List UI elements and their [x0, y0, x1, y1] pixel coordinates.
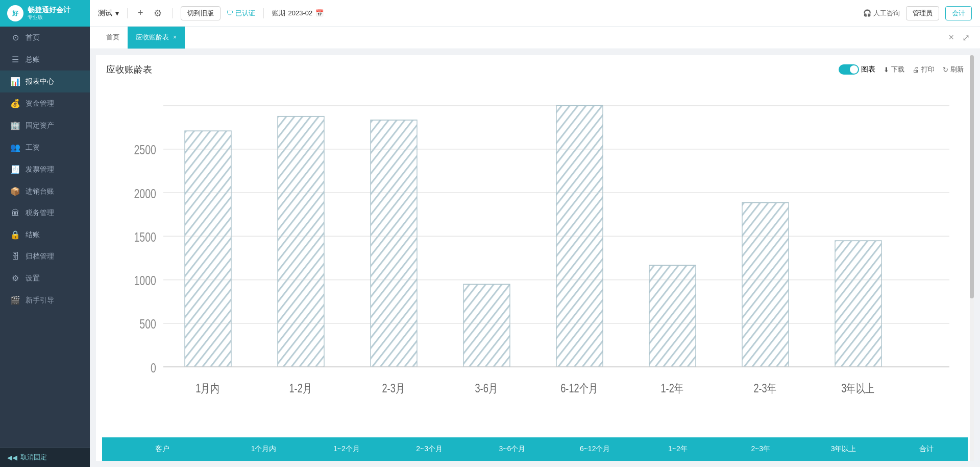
- window-close-icon[interactable]: ×: [946, 30, 956, 45]
- th-2~3年: 2~3年: [719, 437, 802, 461]
- old-version-button[interactable]: 切到旧版: [181, 6, 220, 20]
- sidebar-item-ledger[interactable]: ☰ 总账: [0, 49, 90, 71]
- admin-label: 管理员: [913, 9, 933, 17]
- th-6~12个月: 6~12个月: [554, 437, 636, 461]
- certified-badge: 🛡 已认证: [227, 9, 255, 18]
- sidebar-item-fixed-assets[interactable]: 🏢 固定资产: [0, 114, 90, 136]
- sidebar-icon-fixed-assets: 🏢: [10, 121, 20, 130]
- sidebar-logo: 好 畅捷通好会计 专业版: [0, 0, 90, 27]
- period-text-label: 账期: [272, 9, 285, 18]
- page-actions: 图表 ⬇ 下载 🖨 打印 ↻ 刷新: [839, 64, 964, 75]
- main-area: 测试 ▾ + ⚙ 切到旧版 🛡 已认证 账期 2023-02 📅 🎧 人工咨询: [90, 0, 980, 467]
- printer-icon: 🖨: [913, 66, 919, 74]
- bar-6-12月: [556, 106, 603, 367]
- add-icon: +: [138, 8, 143, 18]
- tab-close-icon[interactable]: ×: [173, 34, 177, 41]
- svg-text:1月内: 1月内: [195, 382, 219, 395]
- sidebar-item-closing[interactable]: 🔒 结账: [0, 224, 90, 246]
- th-客户: 客户: [102, 437, 222, 461]
- page-header: 应收账龄表 图表 ⬇ 下载 🖨 打印: [96, 55, 974, 82]
- add-button[interactable]: +: [136, 6, 145, 20]
- bar-2-3年: [742, 203, 789, 367]
- download-label: 下载: [891, 65, 904, 74]
- shield-icon: 🛡: [227, 9, 233, 17]
- sidebar-label-payroll: 工资: [26, 143, 40, 152]
- role-button[interactable]: 会计: [945, 6, 972, 20]
- svg-text:3年以上: 3年以上: [841, 382, 874, 395]
- sidebar-item-guide[interactable]: 🎬 新手引导: [0, 289, 90, 311]
- refresh-button[interactable]: ↻ 刷新: [943, 65, 964, 74]
- page-container: 应收账龄表 图表 ⬇ 下载 🖨 打印: [96, 55, 974, 461]
- cancel-fixed-button[interactable]: ◀◀ 取消固定: [0, 447, 90, 467]
- svg-text:1000: 1000: [134, 274, 156, 288]
- svg-text:6-12个月: 6-12个月: [560, 382, 598, 395]
- sidebar-label-funds: 资金管理: [26, 99, 54, 108]
- old-version-label: 切到旧版: [187, 9, 214, 17]
- sidebar-label-fixed-assets: 固定资产: [26, 121, 54, 130]
- th-1~2年: 1~2年: [636, 437, 719, 461]
- table-header: 客户1个月内1~2个月2~3个月3~6个月6~12个月1~2年2~3年3年以上合…: [102, 437, 968, 461]
- company-name: 测试: [98, 9, 112, 18]
- sidebar-icon-funds: 💰: [10, 99, 20, 108]
- sidebar-label-inventory: 进销台账: [26, 187, 54, 196]
- sidebar-item-reports[interactable]: 📊 报表中心: [0, 71, 90, 92]
- toggle-track[interactable]: [839, 64, 859, 75]
- cancel-fixed-label: 取消固定: [20, 453, 47, 462]
- consult-button[interactable]: 🎧 人工咨询: [863, 9, 900, 18]
- logo-icon: 好: [7, 5, 23, 21]
- th-3年以上: 3年以上: [802, 437, 885, 461]
- print-button[interactable]: 🖨 打印: [913, 65, 935, 74]
- sidebar-item-payroll[interactable]: 👥 工资: [0, 136, 90, 158]
- logo-subtitle: 专业版: [28, 14, 70, 21]
- sidebar-item-inventory[interactable]: 📦 进销台账: [0, 180, 90, 202]
- sidebar-item-home[interactable]: ⊙ 首页: [0, 27, 90, 49]
- window-expand-icon[interactable]: ⤢: [960, 30, 972, 45]
- sidebar-item-tax[interactable]: 🏛 税务管理: [0, 202, 90, 224]
- th-1个月内: 1个月内: [222, 437, 305, 461]
- period-selector[interactable]: 账期 2023-02 📅: [272, 9, 324, 18]
- sidebar-item-settings[interactable]: ⚙ 设置: [0, 267, 90, 289]
- sidebar-icon-tax: 🏛: [10, 208, 20, 218]
- consult-label: 人工咨询: [873, 9, 900, 18]
- toggle-thumb: [850, 65, 858, 74]
- bar-2-3月: [371, 120, 417, 367]
- sidebar-icon-payroll: 👥: [10, 143, 20, 152]
- topbar-right: 🎧 人工咨询 管理员 会计: [863, 6, 972, 20]
- svg-text:1-2年: 1-2年: [660, 382, 683, 395]
- tab-aging-label: 应收账龄表: [136, 33, 169, 42]
- sidebar-label-settings: 设置: [26, 274, 40, 283]
- tab-aging[interactable]: 应收账龄表 ×: [128, 27, 185, 49]
- sidebar-label-home: 首页: [26, 33, 40, 42]
- admin-button[interactable]: 管理员: [906, 6, 939, 20]
- chart-toggle[interactable]: 图表: [839, 64, 875, 75]
- settings-button[interactable]: ⚙: [152, 6, 164, 21]
- page-scrollbar[interactable]: [970, 55, 974, 461]
- tab-home[interactable]: 首页: [98, 27, 128, 49]
- bar-3-6月: [463, 284, 510, 367]
- content-area: 应收账龄表 图表 ⬇ 下载 🖨 打印: [90, 49, 980, 467]
- calendar-icon: 📅: [315, 9, 324, 17]
- bar-1-2年: [649, 265, 696, 367]
- sidebar-icon-archive: 🗄: [10, 252, 20, 261]
- sidebar-label-reports: 报表中心: [26, 77, 54, 86]
- th-合计: 合计: [885, 437, 968, 461]
- bar-3年以上: [835, 241, 881, 367]
- sidebar-item-invoice[interactable]: 🧾 发票管理: [0, 158, 90, 180]
- headset-icon: 🎧: [863, 9, 871, 17]
- download-button[interactable]: ⬇ 下载: [884, 65, 904, 74]
- scrollbar-thumb: [970, 55, 974, 298]
- svg-text:2500: 2500: [134, 143, 156, 157]
- company-selector[interactable]: 测试 ▾: [98, 9, 119, 18]
- bar-1月内: [185, 131, 231, 367]
- sidebar-icon-inventory: 📦: [10, 186, 20, 196]
- chart-toggle-label: 图表: [861, 65, 875, 74]
- download-icon: ⬇: [884, 66, 889, 74]
- sidebar-nav: ⊙ 首页 ☰ 总账 📊 报表中心 💰 资金管理 🏢 固定资产 👥 工资 🧾 发票…: [0, 27, 90, 447]
- sidebar-item-funds[interactable]: 💰 资金管理: [0, 92, 90, 114]
- sidebar-label-invoice: 发票管理: [26, 165, 54, 174]
- bar-chart: 0 500 1000 1500 2000 2500: [106, 87, 964, 432]
- certified-label: 已认证: [235, 9, 255, 18]
- sidebar-item-archive[interactable]: 🗄 归档管理: [0, 246, 90, 267]
- cancel-fixed-icon: ◀◀: [7, 454, 17, 461]
- sidebar-icon-home: ⊙: [10, 33, 20, 42]
